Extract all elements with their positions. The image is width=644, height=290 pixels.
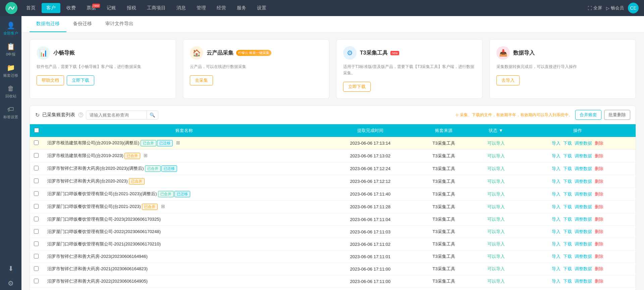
nav-item-message[interactable]: 消息 <box>172 3 191 13</box>
sidebar-item-zero-report[interactable]: 📋 0申报 <box>0 40 21 60</box>
table-help-icon[interactable]: ? <box>78 113 83 117</box>
nav-item-bizproject[interactable]: 工商项目 <box>142 3 170 13</box>
op-导入-9[interactable]: 导入 <box>552 254 560 259</box>
op-删除-10[interactable]: 删除 <box>595 266 603 271</box>
xiaochang-download-btn[interactable]: 立即下载 <box>67 75 94 85</box>
row-checkbox-5[interactable] <box>34 204 39 209</box>
op-下载-0[interactable]: 下载 <box>563 141 572 146</box>
op-删除-2[interactable]: 删除 <box>595 166 603 171</box>
op-调整数据-3[interactable]: 调整数据 <box>575 179 592 184</box>
sidebar-item-user-settings[interactable]: ⚙ <box>0 277 21 290</box>
row-checkbox-2[interactable] <box>34 166 39 170</box>
nav-item-operation[interactable]: 经营 <box>212 3 231 13</box>
op-删除-8[interactable]: 删除 <box>595 241 603 246</box>
op-下载-4[interactable]: 下载 <box>563 192 572 197</box>
row-checkbox-1[interactable] <box>34 153 39 158</box>
op-导入-10[interactable]: 导入 <box>552 266 560 271</box>
op-调整数据-8[interactable]: 调整数据 <box>575 241 592 246</box>
row-icon[interactable]: ⊞ <box>161 204 165 209</box>
row-icon[interactable]: ⊞ <box>176 140 180 145</box>
nav-item-tax[interactable]: 报税 <box>122 3 141 13</box>
op-调整数据-5[interactable]: 调整数据 <box>575 204 592 209</box>
op-删除-0[interactable]: 删除 <box>595 141 603 146</box>
avatar[interactable]: CE <box>628 3 639 13</box>
search-input[interactable] <box>86 111 147 119</box>
row-checkbox-11[interactable] <box>34 279 39 283</box>
op-删除-9[interactable]: 删除 <box>595 254 603 259</box>
op-调整数据-2[interactable]: 调整数据 <box>575 166 592 171</box>
nav-item-manage[interactable]: 管理 <box>192 3 211 13</box>
nav-item-invoice[interactable]: 票据new <box>82 3 101 13</box>
op-调整数据-4[interactable]: 调整数据 <box>575 192 592 197</box>
member-btn[interactable]: ▷ 畅会员 <box>606 5 624 11</box>
nav-item-settings[interactable]: 设置 <box>252 3 271 13</box>
tab-data-migration[interactable]: 数据包迁移 <box>30 16 66 32</box>
batch-delete-btn[interactable]: 批量删除 <box>604 110 630 120</box>
merge-accounts-btn[interactable]: 合并账套 <box>575 110 601 120</box>
op-删除-1[interactable]: 删除 <box>595 153 603 158</box>
t3-download-btn[interactable]: 立即下载 <box>343 82 371 92</box>
yuncp-collect-btn[interactable]: 去采集 <box>190 75 213 85</box>
op-导入-4[interactable]: 导入 <box>552 192 560 197</box>
xiaochang-help-btn[interactable]: 帮助文档 <box>37 75 64 85</box>
op-调整数据-1[interactable]: 调整数据 <box>575 153 592 158</box>
op-删除-6[interactable]: 删除 <box>595 217 603 222</box>
row-checkbox-3[interactable] <box>34 178 39 183</box>
logo[interactable] <box>5 2 17 14</box>
op-导入-5[interactable]: 导入 <box>552 204 560 209</box>
row-checkbox-10[interactable] <box>34 266 39 271</box>
sidebar-item-all-customers[interactable]: 👤 全部客户 <box>0 19 21 39</box>
op-导入-6[interactable]: 导入 <box>552 217 560 222</box>
row-checkbox-8[interactable] <box>34 241 39 246</box>
op-下载-7[interactable]: 下载 <box>563 229 572 234</box>
row-checkbox-7[interactable] <box>34 229 39 234</box>
op-下载-2[interactable]: 下载 <box>563 166 572 171</box>
op-下载-1[interactable]: 下载 <box>563 153 572 158</box>
op-下载-5[interactable]: 下载 <box>563 204 572 209</box>
sidebar-item-download[interactable]: ⬇ <box>0 262 21 275</box>
nav-item-fees[interactable]: 收费 <box>62 3 80 13</box>
op-删除-4[interactable]: 删除 <box>595 192 603 197</box>
th-status[interactable]: 状态 ▼ <box>472 124 520 137</box>
op-删除-7[interactable]: 删除 <box>595 229 603 234</box>
sidebar-item-tags[interactable]: 🏷 标签设置 <box>0 103 21 122</box>
op-调整数据-7[interactable]: 调整数据 <box>575 229 592 234</box>
op-下载-9[interactable]: 下载 <box>563 254 572 259</box>
op-调整数据-9[interactable]: 调整数据 <box>575 254 592 259</box>
nav-item-bookkeeping[interactable]: 记账 <box>102 3 121 13</box>
nav-item-customer[interactable]: 客户 <box>42 3 60 13</box>
fullscreen-btn[interactable]: ⛶ 全屏 <box>588 5 602 11</box>
op-调整数据-10[interactable]: 调整数据 <box>575 266 592 271</box>
op-调整数据-6[interactable]: 调整数据 <box>575 217 592 222</box>
row-checkbox-6[interactable] <box>34 217 39 221</box>
search-button[interactable]: 🔍 <box>147 111 158 119</box>
op-导入-0[interactable]: 导入 <box>552 141 560 146</box>
op-导入-11[interactable]: 导入 <box>552 279 560 284</box>
refresh-icon[interactable]: ↻ <box>35 112 40 118</box>
dataimport-import-btn[interactable]: 去导入 <box>496 75 520 85</box>
op-下载-11[interactable]: 下载 <box>563 279 572 284</box>
op-删除-3[interactable]: 删除 <box>595 179 603 184</box>
op-导入-7[interactable]: 导入 <box>552 229 560 234</box>
op-调整数据-0[interactable]: 调整数据 <box>575 141 592 146</box>
op-下载-6[interactable]: 下载 <box>563 217 572 222</box>
nav-item-service[interactable]: 服务 <box>232 3 251 13</box>
op-导入-3[interactable]: 导入 <box>552 179 560 184</box>
nav-item-home[interactable]: 首页 <box>21 3 40 13</box>
row-icon[interactable]: ⊞ <box>144 153 148 158</box>
op-调整数据-11[interactable]: 调整数据 <box>575 279 592 284</box>
tab-backup-migration[interactable]: 备份迁移 <box>66 16 99 32</box>
op-删除-5[interactable]: 删除 <box>595 204 603 209</box>
row-checkbox-4[interactable] <box>34 191 39 196</box>
op-下载-10[interactable]: 下载 <box>563 266 572 271</box>
select-all-checkbox[interactable] <box>34 128 39 133</box>
sidebar-item-recycle[interactable]: 🗑 回收站 <box>0 82 21 101</box>
op-导入-2[interactable]: 导入 <box>552 166 560 171</box>
op-删除-11[interactable]: 删除 <box>595 279 603 284</box>
op-导入-1[interactable]: 导入 <box>552 153 560 158</box>
tab-audit-export[interactable]: 审计文件导出 <box>99 16 140 32</box>
op-下载-8[interactable]: 下载 <box>563 241 572 246</box>
row-checkbox-9[interactable] <box>34 254 39 259</box>
op-下载-3[interactable]: 下载 <box>563 179 572 184</box>
op-导入-8[interactable]: 导入 <box>552 241 560 246</box>
